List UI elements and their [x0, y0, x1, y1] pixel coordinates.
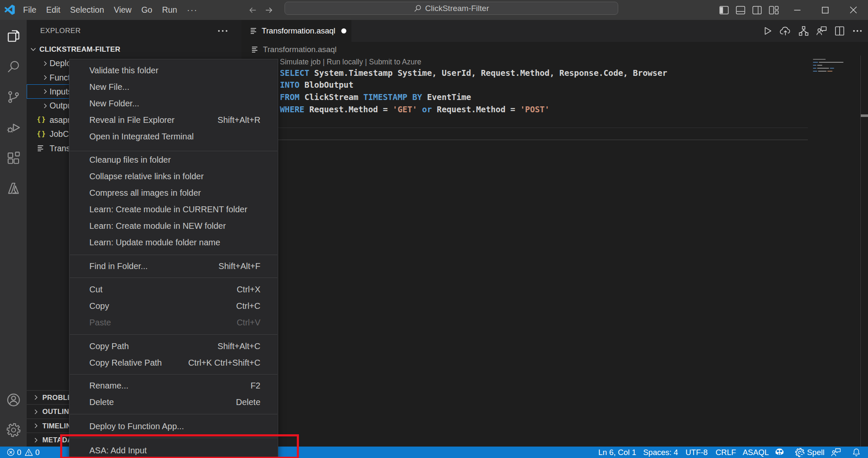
menu-item-label: Rename... [89, 381, 128, 391]
activity-search[interactable] [0, 51, 27, 82]
status-eol[interactable]: CRLF [716, 447, 736, 458]
menu-run[interactable]: Run [157, 0, 182, 20]
menu-item-shortcut: Shift+Alt+C [218, 341, 260, 351]
menu-item-deploy-to-function-app[interactable]: Deploy to Function App... [71, 418, 276, 435]
command-center-text: ClickStream-Filter [425, 4, 489, 13]
activity-settings[interactable] [0, 415, 27, 445]
activity-accounts[interactable] [0, 385, 27, 415]
toggle-panel-icon[interactable] [736, 6, 745, 14]
error-icon [7, 448, 15, 456]
menu-item-copy-relative-path[interactable]: Copy Relative PathCtrl+K Ctrl+Shift+C [71, 355, 276, 371]
go-back-icon[interactable] [248, 5, 258, 15]
menu-item-cut[interactable]: CutCtrl+X [71, 281, 276, 298]
menu-item-shortcut: Delete [236, 397, 260, 407]
code-token: 'GET' [393, 105, 417, 114]
status-indentation[interactable]: Spaces: 4 [643, 447, 678, 458]
status-cursor-position[interactable]: Ln 6, Col 1 [598, 447, 636, 458]
code-token: TIMESTAMP BY [363, 92, 422, 102]
minimap-line [813, 71, 817, 72]
activity-explorer[interactable] [0, 21, 27, 51]
tab-modified-dot-icon[interactable] [341, 28, 346, 33]
minimap-line [817, 65, 822, 66]
menu-item-find-in-folder[interactable]: Find in Folder...Shift+Alt+F [71, 258, 276, 275]
tab-transformation-asaql[interactable]: Transformation.asaql [241, 20, 351, 42]
code-token: Request.Method = [437, 105, 520, 114]
minimap-line [830, 68, 834, 69]
command-center-search[interactable]: ClickStream-Filter [285, 2, 618, 15]
status-encoding[interactable]: UTF-8 [686, 447, 708, 458]
status-copilot[interactable] [775, 447, 784, 458]
menu-item-paste: PasteCtrl+V [71, 314, 276, 331]
window-close-button[interactable] [839, 0, 867, 20]
run-play-icon[interactable] [762, 25, 773, 36]
title-bar: File Edit Selection View Go Run ··· Clic… [0, 0, 868, 20]
status-feedback[interactable] [831, 447, 841, 458]
minimize-icon [793, 6, 801, 14]
status-notifications[interactable] [852, 447, 861, 458]
split-editor-icon[interactable] [834, 25, 845, 36]
menu-item-validate-this-folder[interactable]: Validate this folder [71, 62, 276, 79]
status-problems[interactable]: 0 0 [7, 447, 40, 458]
menu-item-new-file[interactable]: New File... [71, 79, 276, 95]
code-token: ClickStream [299, 92, 363, 102]
workspace-section-header[interactable]: CLICKSTREAM-FILTER [27, 42, 241, 57]
code-token: FROM [280, 92, 299, 102]
menu-view[interactable]: View [109, 0, 136, 20]
maximize-icon [821, 6, 829, 14]
menu-item-learn-update-module-folder-name[interactable]: Learn: Update module folder name [71, 234, 276, 251]
simulate-job-icon[interactable] [798, 25, 809, 36]
code-token: or [417, 105, 437, 114]
window-maximize-button[interactable] [811, 0, 839, 20]
explorer-more-actions-icon[interactable] [217, 27, 230, 35]
annotation-highlight-box [60, 434, 299, 458]
minimap[interactable] [813, 59, 860, 79]
code-line-1: SELECT System.Timestamp Systime, UserId,… [280, 67, 667, 79]
menu-item-copy[interactable]: CopyCtrl+C [71, 298, 276, 314]
menu-item-learn-create-module-in-current-folder[interactable]: Learn: Create module in CURRENT folder [71, 201, 276, 218]
code-editor[interactable]: Simulate job | Run locally | Submit to A… [241, 57, 868, 447]
cloud-upload-icon[interactable] [780, 25, 791, 36]
menu-item-compress-all-images-in-folder[interactable]: Compress all images in folder [71, 185, 276, 201]
activity-extensions[interactable] [0, 143, 27, 173]
chevron-right-icon [42, 88, 49, 95]
menu-item-open-in-integrated-terminal[interactable]: Open in Integrated Terminal [71, 128, 276, 145]
window-minimize-button[interactable] [783, 0, 811, 20]
menu-item-label: Open in Integrated Terminal [89, 132, 194, 142]
current-line-border [242, 139, 808, 140]
menu-selection[interactable]: Selection [65, 0, 109, 20]
activity-source-control[interactable] [0, 82, 27, 112]
breadcrumb-file: Transformation.asaql [263, 45, 337, 54]
toggle-secondary-sidebar-icon[interactable] [752, 6, 762, 14]
codelens-simulate-job[interactable]: Simulate job [280, 58, 321, 66]
menu-item-delete[interactable]: DeleteDelete [71, 394, 276, 411]
menu-file[interactable]: File [18, 0, 41, 20]
menu-item-label: Delete [89, 397, 114, 407]
menu-item-shortcut: Ctrl+X [237, 285, 260, 294]
breadcrumb[interactable]: Transformation.asaql [241, 42, 868, 57]
menu-go[interactable]: Go [136, 0, 157, 20]
status-spell-checker[interactable]: Spell [795, 447, 824, 458]
activity-run-debug[interactable] [0, 112, 27, 143]
copilot-icon [775, 448, 784, 457]
menu-item-rename[interactable]: Rename...F2 [71, 378, 276, 394]
menu-item-new-folder[interactable]: New Folder... [71, 95, 276, 112]
go-forward-icon[interactable] [264, 5, 274, 15]
menu-item-reveal-in-file-explorer[interactable]: Reveal in File ExplorerShift+Alt+R [71, 112, 276, 128]
toggle-primary-sidebar-icon[interactable] [719, 6, 729, 14]
menu-item-collapse-relative-links-in-folder[interactable]: Collapse relative links in folder [71, 168, 276, 185]
codelens-submit-azure[interactable]: Submit to Azure [369, 58, 421, 66]
customize-layout-icon[interactable] [769, 6, 779, 14]
vscode-logo-icon [4, 5, 15, 15]
more-actions-icon[interactable] [852, 25, 863, 36]
codelens-run-locally[interactable]: Run locally [327, 58, 363, 66]
status-language-mode[interactable]: ASAQL [743, 447, 769, 458]
minimap-line [819, 62, 843, 63]
menu-item-learn-create-module-in-new-folder[interactable]: Learn: Create module in NEW folder [71, 218, 276, 234]
menu-edit[interactable]: Edit [41, 0, 65, 20]
feedback-person-icon[interactable] [816, 25, 827, 36]
menu-item-label: Paste [89, 318, 111, 328]
menu-more-icon[interactable]: ··· [182, 0, 202, 20]
activity-azure[interactable] [0, 173, 27, 204]
menu-item-copy-path[interactable]: Copy PathShift+Alt+C [71, 338, 276, 355]
menu-item-cleanup-files-in-folder[interactable]: Cleanup files in folder [71, 152, 276, 168]
